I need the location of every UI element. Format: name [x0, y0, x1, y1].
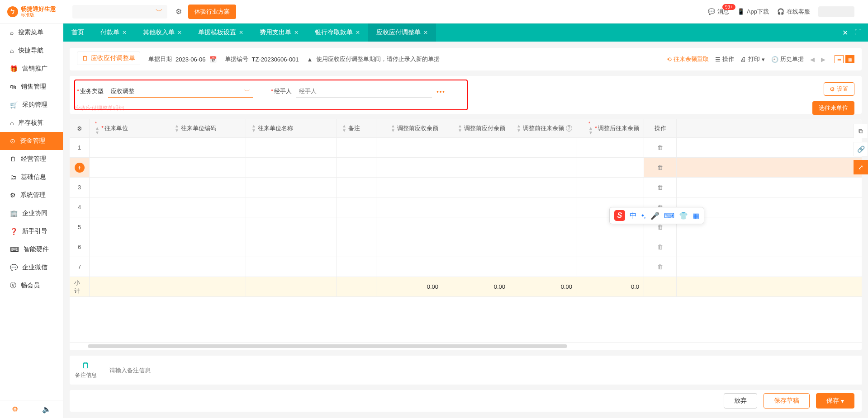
- cell-bal[interactable]: [510, 237, 577, 257]
- prev-icon[interactable]: ◀: [810, 56, 815, 63]
- cell-after[interactable]: [577, 257, 644, 277]
- cell-bal[interactable]: [510, 138, 577, 157]
- sidebar-item-畅会员[interactable]: Ⓥ畅会员: [0, 277, 63, 295]
- doc-sub-tab[interactable]: 🗒 应收应付调整单: [77, 52, 140, 65]
- view-list-icon[interactable]: ☰: [835, 55, 844, 63]
- delete-row-icon[interactable]: 🗑: [644, 178, 677, 197]
- cell-name[interactable]: [246, 178, 337, 197]
- sidebar-item-营销推广[interactable]: 🎁营销推广: [0, 60, 63, 78]
- app-download-button[interactable]: 📱 App下载: [737, 8, 769, 16]
- table-row[interactable]: 5🗑: [70, 217, 862, 237]
- cell-bal[interactable]: [510, 178, 577, 197]
- ime-keyboard-icon[interactable]: ⌨: [664, 211, 674, 220]
- ime-toolbar[interactable]: S 中 •, 🎤 ⌨ 👕 ▦: [609, 207, 704, 224]
- sidebar-item-基础信息[interactable]: 🗂基础信息: [0, 168, 63, 186]
- cell-name[interactable]: [246, 217, 337, 237]
- sidebar-item-搜索菜单[interactable]: ⌕搜索菜单: [0, 23, 63, 42]
- rail-copy-icon[interactable]: ⧉: [854, 124, 868, 138]
- cell-name[interactable]: [246, 158, 337, 177]
- col-recv[interactable]: ▲▼调整前应收余额: [376, 119, 443, 137]
- sidebar-item-快捷导航[interactable]: ⌂快捷导航: [0, 42, 63, 60]
- fullscreen-icon[interactable]: ⛶: [854, 28, 862, 37]
- cell-unit[interactable]: [90, 158, 169, 177]
- close-icon[interactable]: ✕: [177, 29, 182, 36]
- cell-remark[interactable]: [337, 138, 376, 157]
- print-menu[interactable]: 🖨打印 ▾: [740, 55, 765, 63]
- table-row[interactable]: 6🗑: [70, 237, 862, 257]
- delete-row-icon[interactable]: 🗑: [644, 138, 677, 157]
- tab-付款单[interactable]: 付款单✕: [92, 23, 135, 42]
- cell-recv[interactable]: [376, 237, 443, 257]
- settings-button[interactable]: ⚙设置: [824, 82, 854, 96]
- cell-bal[interactable]: [510, 197, 577, 217]
- table-row[interactable]: 3🗑: [70, 178, 862, 197]
- sidebar-item-采购管理[interactable]: 🛒采购管理: [0, 96, 63, 114]
- table-row[interactable]: 4🗑: [70, 197, 862, 217]
- sidebar-item-经营管理[interactable]: 🗒经营管理: [0, 150, 63, 168]
- close-icon[interactable]: ✕: [356, 29, 360, 36]
- cell-unit[interactable]: [90, 257, 169, 277]
- ime-lang-icon[interactable]: 中: [630, 211, 637, 221]
- sidebar-item-系统管理[interactable]: ⚙系统管理: [0, 186, 63, 204]
- cell-remark[interactable]: [337, 257, 376, 277]
- cell-bal[interactable]: [510, 257, 577, 277]
- cell-code[interactable]: [169, 237, 246, 257]
- operate-menu[interactable]: ☰操作: [715, 55, 734, 63]
- cell-recv[interactable]: [376, 197, 443, 217]
- cell-remark[interactable]: [337, 237, 376, 257]
- table-row[interactable]: 1🗑: [70, 138, 862, 158]
- cell-code[interactable]: [169, 197, 246, 217]
- cell-unit[interactable]: [90, 138, 169, 157]
- cell-pay[interactable]: [443, 197, 510, 217]
- sidebar-item-销售管理[interactable]: 🛍销售管理: [0, 78, 63, 96]
- delete-row-icon[interactable]: 🗑: [644, 237, 677, 257]
- cell-code[interactable]: [169, 178, 246, 197]
- sidebar-item-资金管理[interactable]: ⊙资金管理: [0, 132, 63, 150]
- cell-after[interactable]: [577, 178, 644, 197]
- cell-unit[interactable]: [90, 197, 169, 217]
- scroll-thumb[interactable]: [88, 344, 567, 348]
- tab-单据模板设置[interactable]: 单据模板设置✕: [190, 23, 251, 42]
- sidebar-item-企业协同[interactable]: 🏢企业协同: [0, 204, 63, 222]
- close-all-icon[interactable]: ✕: [842, 28, 848, 37]
- company-selector[interactable]: ﹀: [72, 5, 167, 19]
- handler-lookup-icon[interactable]: •••: [436, 88, 446, 95]
- cell-name[interactable]: [246, 197, 337, 217]
- cell-name[interactable]: [246, 138, 337, 157]
- cell-pay[interactable]: [443, 178, 510, 197]
- cell-unit[interactable]: [90, 178, 169, 197]
- cell-recv[interactable]: [376, 217, 443, 237]
- settings-icon[interactable]: ⚙: [175, 7, 182, 16]
- col-name[interactable]: ▲▼往来单位名称: [246, 119, 337, 137]
- view-detail-icon[interactable]: ▦: [845, 55, 854, 63]
- cell-remark[interactable]: [337, 217, 376, 237]
- biz-type-select[interactable]: 应收调整 ﹀: [108, 85, 253, 98]
- sidebar-item-库存核算[interactable]: ⌂库存核算: [0, 114, 63, 132]
- choose-unit-button[interactable]: 选往来单位: [812, 101, 854, 115]
- message-button[interactable]: 💬 消息 99+: [708, 8, 729, 16]
- tab-费用支出单[interactable]: 费用支出单✕: [251, 23, 307, 42]
- ime-toolbox-icon[interactable]: ▦: [693, 211, 699, 220]
- col-code[interactable]: ▲▼往来单位编码: [169, 119, 246, 137]
- experience-button[interactable]: 体验行业方案: [188, 5, 236, 19]
- rail-expand-icon[interactable]: ⤢: [854, 160, 868, 174]
- close-icon[interactable]: ✕: [423, 29, 428, 36]
- ime-punct-icon[interactable]: •,: [641, 211, 646, 220]
- table-row[interactable]: 7🗑: [70, 257, 862, 277]
- cell-unit[interactable]: [90, 217, 169, 237]
- cell-recv[interactable]: [376, 178, 443, 197]
- cell-code[interactable]: [169, 217, 246, 237]
- cell-pay[interactable]: [443, 237, 510, 257]
- col-pay[interactable]: ▲▼调整前应付余额: [443, 119, 510, 137]
- cell-after[interactable]: [577, 237, 644, 257]
- ime-voice-icon[interactable]: 🎤: [650, 211, 659, 220]
- sidebar-item-智能硬件[interactable]: ⌨智能硬件: [0, 240, 63, 258]
- cell-pay[interactable]: [443, 158, 510, 177]
- cell-unit[interactable]: [90, 237, 169, 257]
- sidebar-item-企业微信[interactable]: 💬企业微信: [0, 258, 63, 277]
- sidebar-item-新手引导[interactable]: ❓新手引导: [0, 222, 63, 240]
- cell-name[interactable]: [246, 237, 337, 257]
- cell-recv[interactable]: [376, 158, 443, 177]
- remark-input[interactable]: [102, 356, 862, 385]
- table-row[interactable]: +🗑: [70, 158, 862, 178]
